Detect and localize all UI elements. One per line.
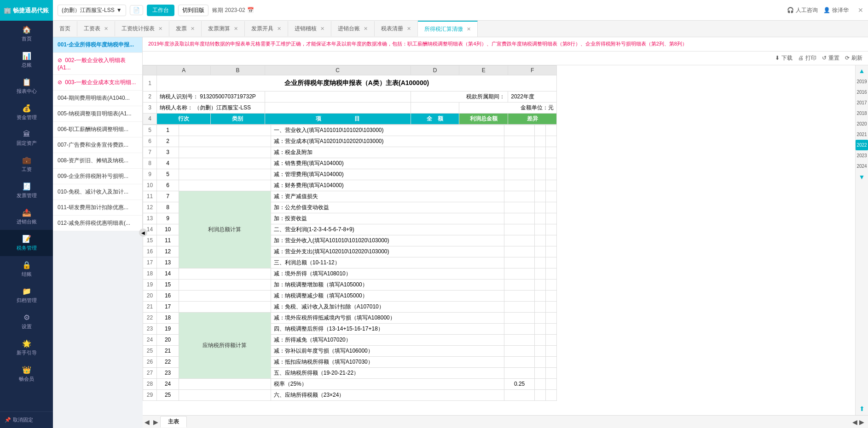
app-logo: 🏢 畅捷通易代账	[0, 0, 53, 21]
timeline-year-2023[interactable]: 2023	[856, 150, 868, 161]
sidebar-item-assets[interactable]: 🏛 固定资产	[0, 126, 53, 151]
tab-home[interactable]: 首页	[53, 21, 77, 36]
profit-cell	[535, 356, 546, 367]
sidebar-item-archive[interactable]: 📁 归档管理	[0, 282, 53, 308]
sheet-tabs-bar: ◀ ▶ 主表 ◀ ▶	[143, 415, 868, 428]
timeline-year-2022[interactable]: 2022	[856, 140, 868, 150]
tab-sales-ledger-close[interactable]: ✕	[364, 26, 368, 32]
tab-sales-check-close[interactable]: ✕	[320, 26, 324, 32]
sidebar-item-home[interactable]: 🏠 首页	[0, 21, 53, 47]
timeline-year-2016[interactable]: 2016	[856, 87, 868, 97]
switch-button[interactable]: 切到旧版	[178, 5, 208, 16]
tab-payroll-stats[interactable]: 工资统计报表 ✕	[115, 21, 169, 36]
tab-invoice-close[interactable]: ✕	[191, 26, 195, 32]
guide-icon: 🌟	[22, 339, 31, 348]
timeline-down-btn[interactable]: ▼	[857, 171, 867, 183]
topbar-close-btn[interactable]: ✕	[858, 6, 863, 14]
sidebar-item-settings[interactable]: ⚙ 设置	[0, 308, 53, 335]
tab-invoice-open-close[interactable]: ✕	[277, 26, 281, 32]
tab-sales-check-label: 进销稽核	[295, 25, 317, 33]
sidebar-item-invoice[interactable]: 🧾 发票管理	[0, 177, 53, 204]
tab-tax-clear[interactable]: 税表清册 ✕	[375, 21, 418, 36]
sheet-scroll-right-btn[interactable]: ▶	[859, 418, 864, 426]
calendar-icon: 📅	[247, 7, 254, 13]
company-selector[interactable]: (勿删）江西服宝-LSS ▼	[58, 5, 126, 16]
profit-cell	[535, 312, 546, 323]
reset-button[interactable]: ↺ 重置	[822, 54, 839, 62]
left-panel-item-010[interactable]: 010-免税、减计收入及加计...	[53, 184, 142, 200]
tab-income-tax-close[interactable]: ✕	[467, 26, 471, 32]
left-panel-item-004[interactable]: 004-期间费用明细表(A1040...	[53, 91, 142, 106]
timeline-year-2024[interactable]: 2024	[856, 161, 868, 171]
tab-invoice-open[interactable]: 发票开具 ✕	[245, 21, 288, 36]
tab-invoice[interactable]: 发票 ✕	[169, 21, 202, 36]
workbench-button[interactable]: 工作台	[147, 5, 174, 16]
timeline-expand-btn[interactable]: ⬆	[858, 402, 866, 415]
title-cell: 企业所得税年度纳税申报表（A类）主表(A100000)	[157, 75, 557, 91]
sidebar-item-ledger[interactable]: 📊 总账	[0, 47, 53, 73]
table-row: 95减：管理费用(填写A104000)	[143, 169, 557, 180]
left-panel-item-005[interactable]: 005-纳税调整项目明细表(A1...	[53, 106, 142, 122]
tab-sales-ledger[interactable]: 进销台账 ✕	[331, 21, 375, 36]
timeline-year-2019[interactable]: 2019	[856, 76, 868, 87]
tab-payroll-close[interactable]: ✕	[104, 26, 108, 32]
timeline-up-btn[interactable]: ▲	[857, 65, 867, 76]
download-button[interactable]: ⬇ 下载	[775, 54, 793, 62]
sheet-tab-main[interactable]: 主表	[160, 416, 187, 428]
sheet-prev-btn[interactable]: ◀	[143, 417, 151, 427]
left-panel-item-001[interactable]: 001-企业所得税年度纳税申报...	[53, 37, 142, 53]
sidebar-item-tax[interactable]: 📝 税务管理	[0, 230, 53, 256]
sheet-next-btn[interactable]: ▶	[151, 417, 160, 427]
sidebar-item-payroll[interactable]: 💼 工资	[0, 151, 53, 177]
timeline-year-2021[interactable]: 2021	[856, 129, 868, 140]
tab-income-tax[interactable]: 所得税汇算清缴 ✕	[418, 21, 478, 37]
sidebar-item-fund[interactable]: 💰 资金管理	[0, 99, 53, 126]
dropdown-icon: ▼	[116, 7, 122, 13]
taxpayer-id-label: 纳税人识别号：	[160, 93, 198, 100]
timeline-year-2018[interactable]: 2018	[856, 108, 868, 119]
home-icon: 🏠	[22, 25, 31, 34]
left-panel-item-011[interactable]: 011-研发费用加计扣除优惠...	[53, 200, 142, 216]
tab-payroll[interactable]: 工资表 ✕	[77, 21, 115, 36]
left-panel-item-label: 009-企业所得税附补亏损明...	[58, 173, 128, 179]
sidebar-item-label: 资金管理	[17, 114, 37, 121]
row-num: 23	[143, 323, 157, 334]
left-panel-item-008[interactable]: 008-资产折旧、摊销及纳税...	[53, 153, 142, 169]
refresh-label: 刷新	[851, 54, 862, 62]
sheet-tab-main-label: 主表	[168, 418, 179, 425]
diff-cell	[546, 301, 557, 312]
sheet-scroll-left-btn[interactable]: ◀	[852, 418, 857, 426]
timeline-year-2020[interactable]: 2020	[856, 119, 868, 129]
collapse-left-panel-btn[interactable]: ◀	[139, 228, 147, 237]
sidebar-item-report[interactable]: 📋 报表中心	[0, 73, 53, 99]
sidebar-footer[interactable]: 📌 取消固定	[0, 411, 53, 428]
account-label: 账期	[212, 6, 223, 14]
timeline-year-2017[interactable]: 2017	[856, 97, 868, 108]
tab-tax-clear-close[interactable]: ✕	[407, 26, 411, 32]
amount-cell	[504, 235, 535, 246]
service-button[interactable]: 🎧 人工咨询	[787, 6, 818, 14]
left-panel-item-006[interactable]: 006-职工薪酬纳税调整明细...	[53, 122, 142, 137]
left-panel-item-002[interactable]: ⊘ 002-一般企业收入明细表(A1...	[53, 53, 142, 75]
sheet-main[interactable]: A B C D E F 1	[143, 65, 855, 415]
tab-invoice-calc[interactable]: 发票测算 ✕	[202, 21, 245, 36]
sidebar-item-vip[interactable]: 👑 畅会员	[0, 361, 53, 387]
tab-invoice-calc-close[interactable]: ✕	[234, 26, 238, 32]
doc-icon-btn[interactable]: 📄	[130, 5, 143, 15]
refresh-button[interactable]: ⟳ 刷新	[845, 54, 862, 62]
diff-cell	[546, 345, 557, 356]
left-panel-item-009[interactable]: 009-企业所得税附补亏损明...	[53, 169, 142, 184]
left-panel-item-007[interactable]: 007-广告费和业务宣传费跌...	[53, 137, 142, 153]
tab-payroll-stats-close[interactable]: ✕	[158, 26, 162, 32]
sidebar-item-guide[interactable]: 🌟 新手引导	[0, 335, 53, 361]
user-menu[interactable]: 👤 徐泽华	[823, 6, 849, 14]
tab-sales-check[interactable]: 进销稽核 ✕	[288, 21, 331, 36]
sidebar-item-sales[interactable]: 📤 进销台账	[0, 204, 53, 230]
sidebar-item-close[interactable]: 🔒 结账	[0, 256, 53, 282]
row-num: 19	[143, 279, 157, 290]
download-icon: ⬇	[775, 55, 780, 61]
left-panel-item-012[interactable]: 012-减免所得税优惠明细表(...	[53, 216, 142, 231]
left-panel-item-003[interactable]: ⊘ 003-一般企业成本支出明细...	[53, 75, 142, 91]
empty-cell3	[411, 102, 459, 113]
print-button[interactable]: 🖨 打印	[798, 54, 816, 62]
